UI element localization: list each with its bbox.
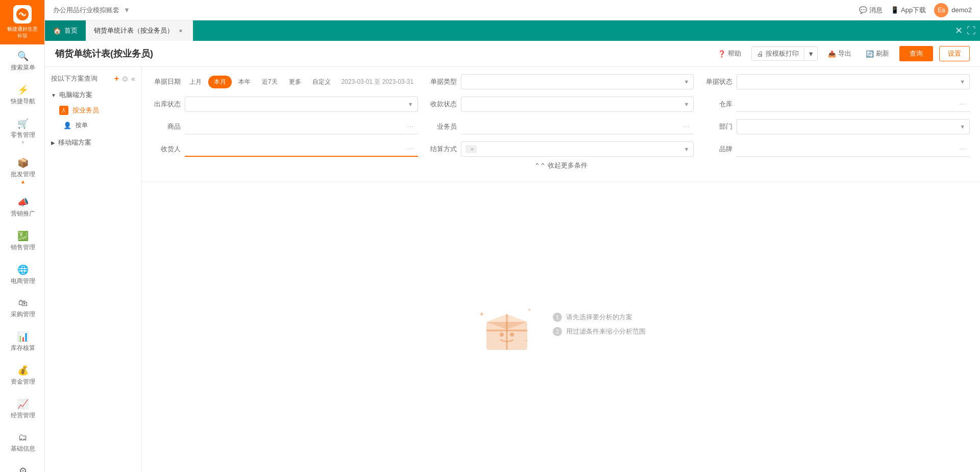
settle-select[interactable]: × ▼ [461,141,694,157]
date-btn-this-year[interactable]: 本年 [234,76,255,88]
goods-dots[interactable]: ··· [407,122,413,131]
svg-point-9 [510,333,514,337]
filter-row-1: 单据日期 上月 本月 本年 近7天 更多 自定义 2023-03-01 至 20… [152,74,970,89]
header-actions: 💬 消息 📱 App下载 Ea demo2 [859,3,972,17]
sidebar-item-basic-label: 基础信息 [11,444,35,453]
sidebar-item-marketing[interactable]: 📣 营销推广 [0,191,45,224]
logo-text: 畅捷通好生意 [7,26,38,32]
filter-form: 单据日期 上月 本月 本年 近7天 更多 自定义 2023-03-01 至 20… [142,67,980,182]
sidebar-item-ops[interactable]: 📈 经营管理 [0,392,45,426]
date-btn-7days[interactable]: 近7天 [257,76,282,88]
salesperson-label: 业务员 [428,122,457,131]
breadcrumb: 办公用品行业模拟账套 ▼ [53,6,130,15]
salesperson-input[interactable]: ··· [461,119,694,134]
template-print-arrow[interactable]: ▼ [804,48,817,60]
app-download-btn[interactable]: 📱 App下载 [891,6,926,15]
page-title: 销货单统计表(按业务员) [55,48,153,65]
filter-cell-goods: 商品 ··· [152,119,418,134]
tab-close-btn[interactable]: × [177,27,185,35]
query-button[interactable]: 查询 [899,46,933,61]
user-profile[interactable]: Ea demo2 [934,3,972,17]
sidebar-item-purchase[interactable]: 🛍 采购管理 [0,292,45,325]
svg-point-8 [500,333,504,337]
tab-close-all-btn[interactable]: ✕ [955,25,963,36]
settle-tag-close[interactable]: × [471,146,474,152]
tab-home[interactable]: 🏠 首页 [45,20,86,41]
scheme-panel-actions: + ⊙ « [114,74,135,83]
current-account: 办公用品行业模拟账套 [53,6,119,15]
section-arrow-icon: ▼ [51,92,56,98]
receiver-dots[interactable]: ··· [407,144,413,153]
receipt-status-select[interactable]: ▼ [461,97,694,112]
date-btn-this-month[interactable]: 本月 [208,76,232,88]
filter-cell-doc-status: 单据状态 ▼ [704,74,970,89]
tip-item-1: 1 请先选择要分析的方案 [553,313,646,322]
person-icon: 👤 [63,122,71,129]
warehouse-dots[interactable]: ··· [959,100,966,109]
sidebar-item-quick-label: 快捷导航 [11,97,35,106]
filter-row-2: 出库状态 ▼ 收款状态 ▼ [152,97,970,112]
date-btn-last-month[interactable]: 上月 [185,76,206,88]
scheme-item-salesperson[interactable]: 人 按业务员 [45,103,141,118]
sidebar-item-retail[interactable]: 🛒 零售管理 ▼ [0,112,45,151]
receiver-input[interactable]: ··· [185,141,418,157]
sidebar-item-search[interactable]: 🔍 搜索菜单 [0,44,45,78]
sidebar-item-system[interactable]: ⚙ 系统管理 [0,459,45,472]
template-print-btn[interactable]: 🖨 按模板打印 ▼ [751,46,818,61]
doc-status-select[interactable]: ▼ [737,74,970,89]
date-btn-more[interactable]: 更多 [284,76,306,88]
date-range-display: 2023-03-01 至 2023-03-31 [341,78,413,86]
messages-btn[interactable]: 💬 消息 [859,6,883,15]
dropdown-icon[interactable]: ▼ [124,6,130,14]
page-actions: ❓ 帮助 🖨 按模板打印 ▼ 📤 导出 🔄 刷新 [714,46,970,66]
scheme-sub-item[interactable]: 👤 按单 [45,118,141,133]
export-btn[interactable]: 📤 导出 [824,47,855,60]
sidebar-item-wholesale-label: 批发管理 [11,170,35,179]
scheme-section-desktop-title[interactable]: ▼ 电脑端方案 [45,87,141,103]
filter-row-3: 商品 ··· 业务员 ··· [152,119,970,134]
sidebar-item-basic[interactable]: 🗂 基础信息 [0,426,45,459]
empty-state: ✦ ✦ ✦ 1 [142,182,980,472]
brand-input[interactable]: ··· [737,141,970,157]
goods-label: 商品 [152,122,181,131]
dept-select[interactable]: ▼ [737,119,970,134]
sidebar-item-sales[interactable]: 💹 销售管理 [0,224,45,258]
add-scheme-btn[interactable]: + [114,74,119,83]
template-print-main[interactable]: 🖨 按模板打印 [752,47,804,60]
tip-text-1: 请先选择要分析的方案 [566,313,632,322]
setting-button[interactable]: 设置 [939,46,970,61]
sidebar-item-finance[interactable]: 💰 资金管理 [0,359,45,392]
marketing-icon: 📣 [17,197,29,208]
mobile-section-arrow: ▶ [51,140,55,146]
warehouse-input[interactable]: ··· [737,97,970,112]
sidebar-item-ecom[interactable]: 🌐 电商管理 [0,258,45,292]
out-status-select[interactable]: ▼ [185,97,418,112]
dept-chevron: ▼ [960,124,965,130]
salesperson-dots[interactable]: ··· [683,122,690,131]
ops-icon: 📈 [17,398,29,410]
sidebar-item-quick[interactable]: ⚡ 快捷导航 [0,78,45,112]
salesperson-scheme-icon: 人 [59,106,68,115]
date-btn-custom[interactable]: 自定义 [308,76,335,88]
refresh-btn[interactable]: 🔄 刷新 [862,47,893,60]
inventory-icon: 📊 [17,331,29,342]
tab-sales-stat[interactable]: 销货单统计表（按业务员） × [86,20,193,41]
sidebar: 畅捷通好生意 标版 🔍 搜索菜单 ⚡ 快捷导航 🛒 零售管理 ▼ 📦 批发管理 … [0,0,45,472]
ecom-icon: 🌐 [17,264,29,275]
sidebar-item-wholesale[interactable]: 📦 批发管理 ▲ [0,151,45,191]
collapse-scheme-btn[interactable]: « [131,75,135,83]
tab-expand-btn[interactable]: ⛶ [967,26,976,36]
collapse-row[interactable]: ⌃⌃ 收起更多条件 [152,157,970,174]
doc-type-select[interactable]: ▼ [461,74,694,89]
sidebar-item-inventory[interactable]: 📊 库存核算 [0,325,45,359]
brand-dots[interactable]: ··· [959,145,966,154]
refresh-icon: 🔄 [866,50,874,58]
tip-text-2: 用过滤条件来缩小分析范围 [566,327,646,336]
edit-scheme-btn[interactable]: ⊙ [122,75,128,83]
goods-input[interactable]: ··· [185,119,418,134]
doc-type-chevron: ▼ [683,79,689,85]
quick-icon: ⚡ [17,84,29,96]
svg-text:✦: ✦ [525,339,528,343]
scheme-section-mobile-title[interactable]: ▶ 移动端方案 [45,135,141,150]
help-btn[interactable]: ❓ 帮助 [714,47,745,60]
